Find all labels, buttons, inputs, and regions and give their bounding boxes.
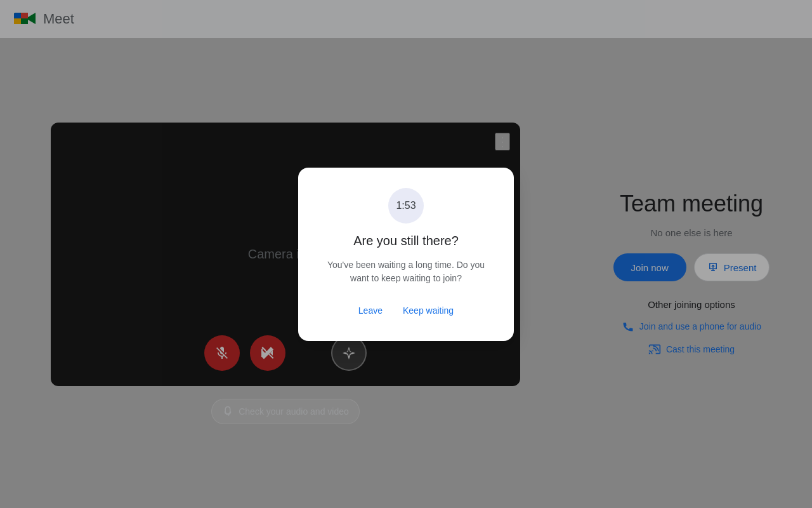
countdown-timer: 1:53 xyxy=(388,188,424,224)
dialog-actions: Leave Keep waiting xyxy=(356,300,456,321)
still-there-dialog: 1:53 Are you still there? You've been wa… xyxy=(298,168,514,341)
keep-waiting-button[interactable]: Keep waiting xyxy=(400,300,456,321)
dialog-body: You've been waiting a long time. Do you … xyxy=(318,258,494,285)
leave-button[interactable]: Leave xyxy=(356,300,385,321)
dialog-title: Are you still there? xyxy=(353,234,459,248)
dialog-overlay: 1:53 Are you still there? You've been wa… xyxy=(0,0,812,508)
